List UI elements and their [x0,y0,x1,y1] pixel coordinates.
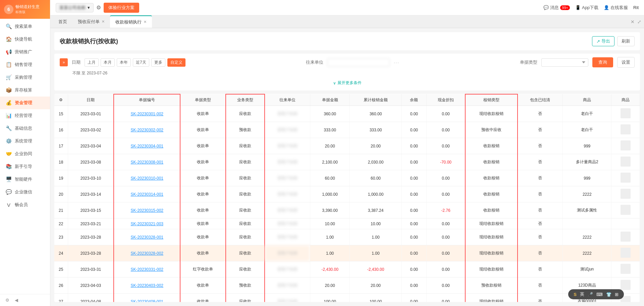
cell-balance: 0.00 [401,186,427,202]
cell-amount: 100.00 [310,294,350,302]
sidebar-item-finance[interactable]: 💰 资金管理 [0,97,50,109]
cell-biz-type: 应收款 [226,261,265,278]
cell-bill-no[interactable]: SK-20230310-001 [114,170,180,186]
messages-area[interactable]: 💬 消息 99+ [543,5,570,11]
sidebar-item-inventory[interactable]: 📦 库存核算 [0,84,50,97]
date-btn-this-year[interactable]: 本年 [117,58,131,67]
tab-expand-icon[interactable]: ⤢ [637,19,641,24]
service-area[interactable]: 👤 在线客服 [604,5,628,11]
refresh-btn[interactable]: 刷新 [617,36,635,46]
cell-bill-no[interactable]: SK-20230301-002 [114,106,180,122]
cell-bill-no[interactable]: SK-20230403-002 [114,278,180,294]
table-row[interactable]: 15 2023-03-01 SK-20230301-002 收款单 应收款 某客… [54,106,640,122]
setting-btn[interactable]: 设置 [617,57,635,68]
sidebar-item-marketing[interactable]: 📢 营销推广 [0,46,50,58]
ime-voice-icon[interactable]: 🎤 [588,292,593,297]
cell-bill-no[interactable]: SK-20230328-001 [114,229,180,245]
settings-icon[interactable]: ⚙ [5,298,9,303]
table-row[interactable]: 27 2023-04-08 SK-20230408-001 收款单 应收款 某客… [54,294,640,302]
ime-keyboard-icon[interactable]: ⌨ [596,292,603,297]
settings-gear-icon[interactable]: ⚙ [96,4,101,11]
industry-btn[interactable]: 体验行业方案 [104,3,139,13]
cell-goods [563,219,611,229]
cell-cash-discount: 0.00 [427,122,465,138]
sidebar-item-wechat[interactable]: 💬 企业微信 [0,186,50,198]
cell-bill-no[interactable]: SK-20230321-003 [114,219,180,229]
tab-collection[interactable]: 收款核销执行 ✕ [110,15,152,28]
cell-bill-no[interactable]: SK-20230308-001 [114,154,180,170]
sidebar-item-sales[interactable]: 📋 销售管理 [0,58,50,71]
cell-bill-no[interactable]: SK-20230302-002 [114,122,180,138]
cell-goods2 [611,186,640,202]
cell-partner: 某客户名称 [265,106,310,122]
filter-bill-type-select[interactable] [541,58,588,67]
date-btn-this-month[interactable]: 本月 [101,58,115,67]
cell-include-settled: 否 [518,138,563,154]
table-row[interactable]: 22 2023-03-21 SK-20230321-003 收款单 应收款 某客… [54,219,640,229]
cell-cash-discount: 0.00 [427,229,465,245]
table-row[interactable]: 26 2023-04-03 SK-20230403-002 收款单 预收款 某客… [54,278,640,294]
sidebar-item-hardware[interactable]: 🖥️ 智能硬件 [0,173,50,186]
sidebar-item-member[interactable]: V 畅会员 [0,198,50,211]
tab-home[interactable]: 首页 [53,15,72,28]
tab-collection-close[interactable]: ✕ [144,20,147,24]
nav-icon-marketing: 📢 [5,49,12,55]
cell-date: 2023-03-10 [68,170,114,186]
cell-amount: -2,430.00 [310,261,350,278]
tab-prepay[interactable]: 预收应付单 ✕ [72,15,110,28]
tab-prepay-close[interactable]: ✕ [102,19,105,24]
org-selector[interactable]: 某某公司名称 ▾ [56,3,94,12]
export-btn[interactable]: ↗ 导出 [592,36,614,46]
expand-more-row[interactable]: ∨ 展开更多条件 [60,79,635,87]
cell-verify-type: 预收款核销 [465,278,518,294]
table-scroll[interactable]: ⚙ 日期 单据编号 单据类型 业务类型 往来单位 单据金额 累计核销金额 余额 … [54,94,640,302]
date-btn-last-month[interactable]: 上月 [85,58,99,67]
sidebar-item-operation[interactable]: 📊 经营管理 [0,109,50,122]
cell-bill-no[interactable]: SK-20230315-002 [114,202,180,219]
app-download-area[interactable]: 📱 App下载 [575,5,598,11]
ime-shirt-icon[interactable]: 👕 [606,292,611,297]
user-name[interactable]: Rit [633,5,639,10]
cell-bill-no[interactable]: SK-20230328-002 [114,245,180,261]
cell-bill-no[interactable]: SK-20230314-001 [114,186,180,202]
collapse-icon[interactable]: ◀ [15,298,18,303]
tab-close-all-icon[interactable]: ✕ [631,19,635,24]
table-row[interactable]: 25 2023-03-31 SK-20230331-002 红字收款单 应收款 … [54,261,640,278]
table-row[interactable]: 16 2023-03-02 SK-20230302-002 收款单 预收款 某客… [54,122,640,138]
table-row[interactable]: 21 2023-03-15 SK-20230315-002 收款单 应收款 某客… [54,202,640,219]
sidebar-item-search[interactable]: 🔍 搜索菜单 [0,20,50,33]
sidebar-item-basic[interactable]: 🔧 基础信息 [0,122,50,135]
filter-partner-input[interactable] [327,58,390,67]
cell-no: 23 [54,229,68,245]
table-row[interactable]: 24 2023-03-28 SK-20230328-002 收款单 应收款 某客… [54,245,640,261]
table-row[interactable]: 20 2023-03-14 SK-20230314-001 收款单 应收款 某客… [54,186,640,202]
cell-cumulative: 20.00 [350,278,401,294]
cell-cash-discount: 0.00 [427,278,465,294]
cell-bill-no[interactable]: SK-20230304-001 [114,138,180,154]
sidebar-item-guide[interactable]: 📚 新手引导 [0,160,50,173]
date-btn-more[interactable]: 更多 [151,58,165,67]
cell-balance: 0.00 [401,202,427,219]
col-settings[interactable]: ⚙ [54,94,68,106]
col-settings-icon[interactable]: ⚙ [59,98,63,102]
query-btn[interactable]: 查询 [592,57,613,67]
table-row[interactable]: 19 2023-03-10 SK-20230310-001 收款单 应收款 某客… [54,170,640,186]
date-btn-custom[interactable]: 自定义 [167,58,185,67]
sidebar-item-quicknav[interactable]: 🏠 快捷导航 [0,33,50,46]
sidebar-item-enterprise[interactable]: 🤝 企业协同 [0,147,50,160]
table-row[interactable]: 18 2023-03-08 SK-20230308-001 收款单 应收款 某客… [54,154,640,170]
cell-cumulative: 60.00 [350,170,401,186]
table-row[interactable]: 23 2023-03-28 SK-20230328-001 收款单 应收款 某客… [54,229,640,245]
cell-bill-no[interactable]: SK-20230331-002 [114,261,180,278]
cell-bill-no[interactable]: SK-20230408-001 [114,294,180,302]
cell-biz-type: 应收款 [226,219,265,229]
cell-include-settled: 否 [518,278,563,294]
sidebar-item-system[interactable]: ⚙️ 系统管理 [0,135,50,147]
ime-grid-icon[interactable]: ⊞ [615,292,619,297]
table-row[interactable]: 17 2023-03-04 SK-20230304-001 收款单 应收款 某客… [54,138,640,154]
sidebar-item-purchase[interactable]: 🛒 采购管理 [0,71,50,84]
filter-expand-arrow[interactable]: » [60,58,68,66]
cell-partner: 某客户名称 [265,154,310,170]
date-btn-7days[interactable]: 近7天 [133,58,149,67]
cell-bill-type: 收款单 [180,245,226,261]
